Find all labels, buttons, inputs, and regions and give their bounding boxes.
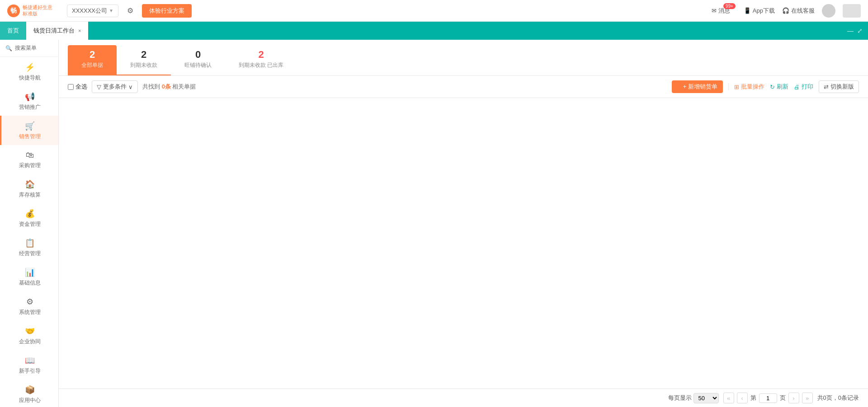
sidebar-item-basic[interactable]: 📊 基础信息 [0, 262, 58, 291]
batch-icon: ⊞ [734, 84, 739, 90]
per-page-select[interactable]: 50 100 200 [693, 393, 719, 403]
stat-label-overdue-shipped: 到期未收款 已出库 [239, 61, 283, 69]
tab-active[interactable]: 钱货日清工作台 × [26, 22, 88, 40]
sidebar-item-label: 新手引导 [19, 367, 41, 375]
switch-new-version-button[interactable]: ⇄ 切换新版 [819, 80, 859, 93]
stat-num-overdue-shipped: 2 [259, 49, 264, 61]
sidebar-item-marketing[interactable]: 📢 营销推广 [0, 86, 58, 116]
user-avatar[interactable] [822, 4, 835, 18]
switch-icon: ⇄ [824, 84, 829, 90]
sidebar-item-guide[interactable]: 📖 新手引导 [0, 350, 58, 379]
table-area [59, 98, 868, 388]
service-icon: 🎧 [782, 7, 789, 14]
sidebar-item-label: 企业协同 [19, 338, 41, 346]
toolbar-right: + + 新增销货单 ⊞ 批量操作 ↻ 刷新 🖨 打印 ⇄ [672, 80, 859, 93]
tab-bar: 首页 钱货日清工作台 × — ⤢ [0, 22, 868, 40]
refresh-icon: ↻ [770, 84, 775, 90]
sidebar-item-label: 经营管理 [19, 250, 41, 257]
page-suffix: 页 [780, 394, 786, 402]
tab-active-label: 钱货日清工作台 [33, 27, 75, 35]
select-all-checkbox[interactable]: 全选 [68, 83, 87, 91]
print-button[interactable]: 🖨 打印 [794, 83, 813, 91]
sidebar: 🔍 搜索菜单 ⚡ 快捷导航 📢 营销推广 🛒 销售管理 🛍 采购管理 🏠 库存核… [0, 40, 59, 407]
stat-tab-overdue-shipped[interactable]: 2 到期未收款 已出库 [225, 45, 297, 75]
sidebar-item-purchase[interactable]: 🛍 采购管理 [0, 145, 58, 174]
sidebar-item-finance[interactable]: 💰 资金管理 [0, 203, 58, 233]
filter-icon: ▽ [97, 84, 101, 90]
toolbar-left: 全选 ▽ 更多条件 ∨ 共找到 0条 相关单据 [68, 80, 666, 93]
sidebar-item-label: 应用中心 [19, 397, 41, 404]
sidebar-item-label: 库存核算 [19, 191, 41, 199]
window-expand-icon[interactable]: ⤢ [857, 27, 863, 34]
next-page-button[interactable]: › [788, 393, 799, 403]
sales-icon: 🛒 [25, 121, 35, 131]
page-size-selector: 每页显示 50 100 200 [668, 393, 719, 403]
print-icon: 🖨 [794, 84, 800, 90]
tab-close-icon[interactable]: × [78, 28, 81, 33]
sidebar-search[interactable]: 🔍 搜索菜单 [0, 40, 58, 57]
marketing-icon: 📢 [25, 92, 35, 102]
add-btn-label: + 新增销货单 [683, 83, 717, 91]
select-all-input[interactable] [68, 84, 74, 90]
online-service-button[interactable]: 🎧 在线客服 [782, 7, 815, 15]
window-minimize-icon[interactable]: — [847, 27, 854, 34]
apps-icon: 📦 [25, 385, 35, 395]
pagination-summary: 共0页，0条记录 [817, 394, 859, 402]
pager: « ‹ 第 页 › » [723, 393, 813, 403]
user-name[interactable] [843, 4, 861, 18]
sidebar-item-label: 系统管理 [19, 309, 41, 316]
sidebar-item-enterprise[interactable]: 🤝 企业协同 [0, 321, 58, 350]
sidebar-item-apps[interactable]: 📦 应用中心 [0, 379, 58, 407]
gear-icon: ⚙ [127, 6, 133, 15]
add-sales-order-button[interactable]: + + 新增销货单 [672, 80, 723, 93]
sidebar-item-label: 快捷导航 [19, 74, 41, 82]
stat-tab-all[interactable]: 2 全部单据 [68, 45, 117, 75]
quick-nav-icon: ⚡ [25, 62, 35, 72]
enterprise-icon: 🤝 [25, 326, 35, 336]
stat-label-wangpu: 旺铺待确认 [184, 61, 212, 69]
batch-operation-button[interactable]: ⊞ 批量操作 [734, 83, 764, 91]
select-all-label: 全选 [75, 83, 87, 91]
stat-tab-overdue[interactable]: 2 到期未收款 [117, 45, 171, 75]
message-button[interactable]: ✉ 消息 99+ [712, 7, 730, 15]
stat-tab-wangpu[interactable]: 0 旺铺待确认 [171, 45, 225, 75]
plus-icon: + [677, 83, 681, 91]
print-label: 打印 [802, 83, 813, 91]
sidebar-item-operation[interactable]: 📋 经营管理 [0, 233, 58, 262]
last-page-button[interactable]: » [802, 393, 813, 403]
sidebar-search-label: 搜索菜单 [15, 44, 37, 52]
switch-label: 切换新版 [830, 83, 854, 91]
basic-icon: 📊 [25, 267, 35, 277]
sidebar-item-system[interactable]: ⚙ 系统管理 [0, 291, 58, 321]
logo-icon: 畅 [7, 5, 20, 17]
divider [728, 83, 729, 90]
guide-icon: 📖 [25, 356, 35, 365]
filter-button[interactable]: ▽ 更多条件 ∨ [92, 80, 138, 93]
stat-label-overdue: 到期未收款 [130, 61, 157, 69]
sidebar-item-sales[interactable]: 🛒 销售管理 [0, 116, 58, 145]
stat-label-all: 全部单据 [81, 61, 103, 69]
logo-text: 畅捷通好生意 标准版 [23, 5, 52, 16]
settings-button[interactable]: ⚙ [124, 5, 137, 17]
batch-label: 批量操作 [741, 83, 764, 91]
try-industry-button[interactable]: 体验行业方案 [142, 4, 192, 18]
refresh-button[interactable]: ↻ 刷新 [770, 83, 788, 91]
tab-actions: — ⤢ [847, 27, 868, 34]
stat-num-wangpu: 0 [195, 49, 201, 61]
purchase-icon: 🛍 [26, 150, 34, 160]
download-icon: 📱 [744, 7, 751, 14]
first-page-button[interactable]: « [723, 393, 734, 403]
header-left: 畅 畅捷通好生意 标准版 XXXXXX公司 ▼ ⚙ 体验行业方案 [7, 4, 192, 18]
page-input[interactable] [759, 393, 777, 403]
stat-num-all: 2 [90, 49, 95, 61]
prev-page-button[interactable]: ‹ [737, 393, 748, 403]
tab-home[interactable]: 首页 [0, 22, 26, 40]
top-header: 畅 畅捷通好生意 标准版 XXXXXX公司 ▼ ⚙ 体验行业方案 ✉ 消息 99… [0, 0, 868, 22]
sidebar-item-quick-nav[interactable]: ⚡ 快捷导航 [0, 57, 58, 86]
found-text: 共找到 0条 相关单据 [142, 83, 196, 91]
sidebar-item-inventory[interactable]: 🏠 库存核算 [0, 174, 58, 203]
company-selector[interactable]: XXXXXX公司 ▼ [67, 5, 118, 17]
filter-label: 更多条件 [103, 83, 127, 91]
app-download-button[interactable]: 📱 App下载 [744, 7, 775, 15]
main-content: 2 全部单据 2 到期未收款 0 旺铺待确认 2 到期未收款 已出库 [59, 40, 868, 407]
